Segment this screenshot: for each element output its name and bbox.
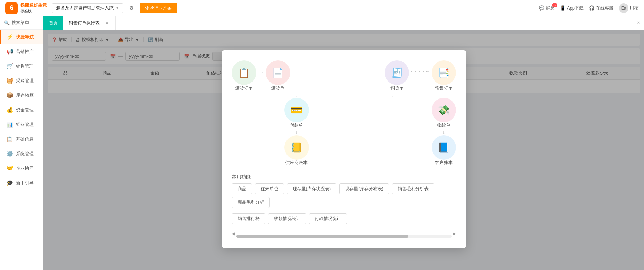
dashed-arrow-sb-so: - - - -← xyxy=(409,69,431,74)
sales-bill-icon: 🧾 xyxy=(385,60,409,85)
flow-node-purchase-bill: 📄 进货单 xyxy=(266,60,290,91)
avatar: Ea xyxy=(619,3,628,13)
flow-node-supplier-ledger: 📒 供应商账本 xyxy=(284,135,309,166)
top-bar: 6 畅康通好生意 标准版 装备及固定资产辅助管理系统 ▼ ⚙ 体验行业方案 💬 … xyxy=(0,0,644,16)
common-btn-8[interactable]: 付款情况统计 xyxy=(309,213,347,224)
common-btn-5[interactable]: 商品毛利分析 xyxy=(232,197,270,208)
message-btn[interactable]: 💬 消息 6 xyxy=(539,5,555,11)
app-download-btn[interactable]: 📱 App下载 xyxy=(560,5,584,11)
common-btn-1[interactable]: 往来单位 xyxy=(255,183,284,194)
common-btn-6[interactable]: 销售排行榜 xyxy=(232,213,265,224)
phone-icon: 📱 xyxy=(560,5,565,11)
sidebar-item-newbie[interactable]: 🎓新手引导 xyxy=(0,176,43,190)
message-icon: 💬 xyxy=(539,5,544,11)
experience-btn[interactable]: 体验行业方案 xyxy=(140,3,177,13)
logo-icon: 6 xyxy=(5,2,18,14)
modal-scrollbar[interactable] xyxy=(236,235,452,238)
modal-overlay: 📋 进货订单 → 📄 进货单 xyxy=(43,30,644,270)
flow-node-customer-ledger: 📘 客户账本 xyxy=(432,135,456,166)
flow-node-payment: 💳 付款单 xyxy=(284,98,309,128)
content-area: 首页 销售订单执行表 × × ❓ 帮助 🖨 xyxy=(43,16,644,270)
sidebar: 🔍 搜索菜单 ⚡快捷导航📢营销推广🛒销售管理🧺采购管理📦库存核算💰资金管理📊经营… xyxy=(0,16,43,270)
newbie-icon: 🎓 xyxy=(6,180,13,186)
operations-icon: 📊 xyxy=(6,121,13,128)
common-functions: 常用功能 商品往来单位现存量(库存状况表)现存量(库存分布表)销售毛利分析表商品… xyxy=(232,174,456,224)
system-icon: ⚙️ xyxy=(6,150,13,157)
user-menu[interactable]: Ea 用友 xyxy=(619,3,639,13)
flow-node-receipt: 💸 收款单 xyxy=(432,98,456,128)
gear-button[interactable]: ⚙ xyxy=(126,3,137,14)
sidebar-item-finance[interactable]: 💰资金管理 xyxy=(0,103,43,117)
payment-icon: 💳 xyxy=(284,98,309,122)
receipt-icon: 💸 xyxy=(432,98,456,122)
sales-icon: 🛒 xyxy=(6,63,13,69)
customer-ledger-icon: 📘 xyxy=(432,135,456,160)
scrollbar-thumb xyxy=(236,235,408,238)
tab-home[interactable]: 首页 xyxy=(43,16,63,30)
sidebar-item-purchase[interactable]: 🧺采购管理 xyxy=(0,73,43,88)
arrow-po-pb: → xyxy=(256,69,266,76)
search-menu-btn[interactable]: 🔍 搜索菜单 xyxy=(0,16,43,30)
flow-node-sales-order: 📑 销售订单 xyxy=(432,60,456,91)
purchase-icon: 🧺 xyxy=(6,77,13,84)
marketing-icon: 📢 xyxy=(6,48,13,55)
down-arrow-payment: ↓ xyxy=(284,128,309,135)
basic-info-icon: 📋 xyxy=(6,136,13,142)
finance-icon: 💰 xyxy=(6,107,13,113)
tab-bar: 首页 销售订单执行表 × × xyxy=(43,16,644,30)
common-btn-0[interactable]: 商品 xyxy=(232,183,252,194)
close-all-tabs-btn[interactable]: × xyxy=(637,20,640,26)
logo-area: 6 畅康通好生意 标准版 xyxy=(5,2,49,14)
flow-node-sales-bill: 🧾 销货单 xyxy=(385,60,409,91)
purchase-bill-icon: 📄 xyxy=(266,60,290,85)
sidebar-item-marketing[interactable]: 📢营销推广 xyxy=(0,44,43,59)
down-arrow-pb: ↓ xyxy=(283,91,308,98)
common-btns-row1: 商品往来单位现存量(库存状况表)现存量(库存分布表)销售毛利分析表商品毛利分析销… xyxy=(232,183,456,224)
common-functions-title: 常用功能 xyxy=(232,174,456,180)
search-icon: 🔍 xyxy=(4,20,10,25)
inventory-icon: 📦 xyxy=(6,92,13,98)
enterprise-icon: 🤝 xyxy=(6,165,13,172)
headset-icon: 🎧 xyxy=(589,5,594,11)
modal-scrollbar-row: ◀ ▶ xyxy=(232,230,456,238)
quick-nav-icon: ⚡ xyxy=(6,34,13,40)
sidebar-item-quick-nav[interactable]: ⚡快捷导航 xyxy=(0,30,43,44)
purchase-order-icon: 📋 xyxy=(232,60,256,85)
content-body: ❓ 帮助 🖨 按模板打印 ▼ 📤 导出 ▼ xyxy=(43,30,644,270)
sidebar-item-sales[interactable]: 🛒销售管理 xyxy=(0,59,43,73)
common-btn-4[interactable]: 销售毛利分析表 xyxy=(392,183,434,194)
sidebar-item-system[interactable]: ⚙️系统管理 xyxy=(0,146,43,161)
supplier-ledger-icon: 📒 xyxy=(284,135,309,160)
sidebar-item-inventory[interactable]: 📦库存核算 xyxy=(0,88,43,103)
message-badge: 6 xyxy=(552,3,557,7)
flow-node-purchase-order: 📋 进货订单 xyxy=(232,60,256,91)
flow-diagram: 📋 进货订单 → 📄 进货单 xyxy=(232,60,456,166)
sidebar-item-basic-info[interactable]: 📋基础信息 xyxy=(0,132,43,146)
scroll-left-btn[interactable]: ◀ xyxy=(232,231,235,236)
sidebar-item-operations[interactable]: 📊经营管理 xyxy=(0,117,43,132)
chevron-down-icon: ▼ xyxy=(116,6,119,10)
sales-order-icon: 📑 xyxy=(432,60,456,85)
online-service-btn[interactable]: 🎧 在线客服 xyxy=(589,5,613,11)
common-btn-3[interactable]: 现存量(库存分布表) xyxy=(339,183,389,194)
tab-close-btn[interactable]: × xyxy=(104,20,110,26)
common-btn-7[interactable]: 收款情况统计 xyxy=(268,213,306,224)
top-right-area: 💬 消息 6 📱 App下载 🎧 在线客服 Ea 用友 xyxy=(539,3,639,13)
down-arrow-receipt: ↓ xyxy=(432,128,456,135)
down-arrow-sb: ↓ xyxy=(380,91,404,98)
sidebar-item-enterprise[interactable]: 🤝企业协同 xyxy=(0,161,43,176)
common-btn-2[interactable]: 现存量(库存状况表) xyxy=(287,183,337,194)
logo-text: 畅康通好生意 标准版 xyxy=(20,3,47,13)
modal-box: 📋 进货订单 → 📄 进货单 xyxy=(222,50,466,248)
scroll-right-btn[interactable]: ▶ xyxy=(453,231,456,236)
system-selector[interactable]: 装备及固定资产辅助管理系统 ▼ xyxy=(52,3,123,13)
tab-sales-order-exec[interactable]: 销售订单执行表 × xyxy=(63,16,116,30)
